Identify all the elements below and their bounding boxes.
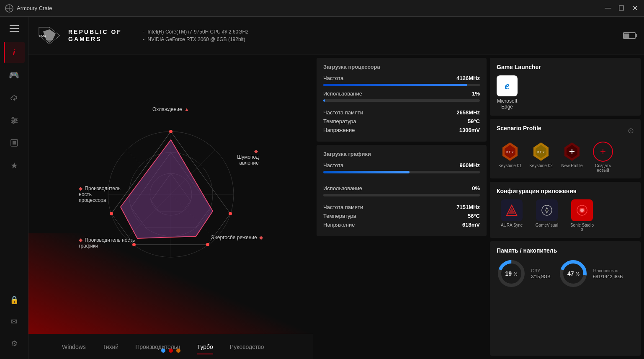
right-panels: Загрузка процессора Частота 4126MHz Испо… [313,54,644,359]
radar-label-cooling: Охлаждение ▲ [152,106,189,112]
sidebar-item-lock[interactable]: 🔒 [4,289,25,310]
cpu-temp-value: 59°C [468,118,480,124]
cpu-info: - Intel(R) Core(TM) i7-9750H CPU @ 2.60G… [143,29,248,35]
cpu-frequency-row: Частота 4126MHz [323,75,480,81]
app-gamevisual[interactable]: GameVisual [532,199,562,227]
app-sonic-studio[interactable]: Sonic Studio3 [567,199,597,232]
keystone02-label: Keystone 02 [529,163,553,168]
gpu-memfreq-value: 7151MHz [456,204,480,210]
sidebar-item-box[interactable] [4,132,25,153]
scenario-settings-icon[interactable]: ⊙ [628,126,634,135]
dot-1 [161,349,165,353]
ram-amount: 3/15,9GB [531,274,550,279]
dot-3 [176,349,180,353]
gpu-usage-row: Использование 0% [323,185,480,191]
battery-fill [624,34,629,38]
gpu-memfreq-row: Частота памяти 7151MHz [323,204,480,210]
cpu-freq-value: 4126MHz [456,75,480,81]
storage-info: Накопитель 681/1442,3GB [593,268,623,279]
sidebar-item-mail[interactable]: ✉ [4,311,25,332]
sidebar-item-settings[interactable]: ⚙ [4,333,25,354]
memory-panel: Память / накопитель 1 [490,241,641,356]
star-icon: ★ [10,160,18,170]
gpu-usage-value: 0% [472,185,480,191]
close-button[interactable]: ✕ [631,4,639,12]
cpu-usage-row: Использование 1% [323,90,480,97]
mail-icon: ✉ [11,317,17,326]
svg-point-46 [580,209,584,212]
microsoft-edge-app[interactable]: e MicrosoftEdge [497,75,518,110]
tab-turbo[interactable]: Турбо [197,341,213,352]
scenario-profile-header: Scenario Profile ⊙ [497,125,634,137]
maximize-button[interactable]: ☐ [617,4,626,12]
title-bar: Armoury Crate — ☐ ✕ [0,0,644,17]
keystone01-svg: KEY [501,142,519,162]
sidebar-bottom: 🔒 ✉ ⚙ [4,289,25,359]
header-logo: ROG REPUBLIC OF GAMERS [37,25,122,46]
cpu-stats-panel: Загрузка процессора Частота 4126MHz Испо… [317,58,487,142]
radar-container: Охлаждение ▲ ◆ Шумоподавление Энергосбе … [28,54,313,334]
gamevisual-label: GameVisual [536,223,558,227]
gamepad-icon: 🎮 [9,70,19,80]
scenario-profile-panel: Scenario Profile ⊙ KEY [490,119,641,178]
tab-quiet[interactable]: Тихий [103,341,118,352]
edge-letter: e [505,80,510,92]
profile-new[interactable]: New Profile [559,142,585,168]
ram-percent: 19 [505,270,512,277]
create-new-label: Создатьновый [595,163,611,173]
edge-label: MicrosoftEdge [497,98,518,110]
svg-rect-2 [14,99,15,101]
storage-percent-label: 47 % [567,270,580,277]
gpu-freq-progress: Base Clock ROG Boost [323,171,480,173]
svg-point-6 [12,117,14,119]
svg-text:KEY: KEY [537,150,545,154]
profile-keystone02[interactable]: KEY Keystone 02 [528,142,554,168]
svg-point-44 [546,209,548,212]
gpu-usage-progress [323,194,480,196]
sidebar-item-info[interactable]: i [4,42,25,63]
storage-donut: 47 % [559,259,588,288]
app-logo [5,4,13,13]
gpu-freq-bar [323,171,410,173]
svg-point-30 [110,212,113,215]
ram-percent-sign: % [514,272,518,276]
gpu-freq-label: Частота [323,162,343,168]
content-area: ROG REPUBLIC OF GAMERS - Intel(R) Core(T… [28,17,644,359]
main-layout: i 🎮 [0,17,644,359]
tab-windows[interactable]: Windows [62,341,86,352]
storage-amount: 681/1442,3GB [593,274,623,279]
sidebar-item-tune[interactable] [4,110,25,131]
gpu-temp-row: Температура 56°C [323,213,480,219]
sidebar-item-cloud[interactable] [4,87,25,108]
box-icon [10,138,19,147]
cpu-voltage-value: 1306mV [459,127,480,133]
aura-sync-icon [501,199,523,221]
sidebar-item-gamepad[interactable]: 🎮 [4,65,25,85]
brand-text: REPUBLIC OF GAMERS [68,28,122,43]
app-aura-sync[interactable]: AURA Sync [497,199,527,227]
tab-manual[interactable]: Руководство [230,341,264,352]
gpu-voltage-row: Напряжение 618mV [323,222,480,228]
svg-point-28 [206,243,209,246]
battery-icon [623,32,636,39]
cpu-freq-label: Частота [323,75,343,81]
scenario-profile-title: Scenario Profile [497,125,541,132]
profile-keystone01[interactable]: KEY Keystone 01 [497,142,523,168]
gpu-temp-value: 56°C [468,213,480,219]
gpu-memfreq-label: Частота памяти [323,204,363,210]
edge-icon: e [497,75,518,96]
bottom-tabs: Windows Тихий Производительн Турбо Руков… [28,334,313,359]
game-launcher-title: Game Launcher [497,64,634,70]
hamburger-menu-button[interactable] [6,20,23,37]
add-profile-button[interactable]: + [593,142,613,162]
tune-icon [10,116,19,125]
system-info: - Intel(R) Core(TM) i7-9750H CPU @ 2.60G… [143,29,248,42]
gpu-temp-label: Температура [323,213,356,219]
cpu-voltage-row: Напряжение 1306mV [323,127,480,133]
gpu-info: - NVIDIA GeForce RTX 2060 @ 6GB (192bit) [143,36,248,42]
minimize-button[interactable]: — [604,4,612,12]
dot-2 [169,349,173,353]
sidebar-item-favorites[interactable]: ★ [4,155,25,176]
main-content: Охлаждение ▲ ◆ Шумоподавление Энергосбе … [28,54,644,359]
profile-create[interactable]: + Создатьновый [590,142,616,173]
